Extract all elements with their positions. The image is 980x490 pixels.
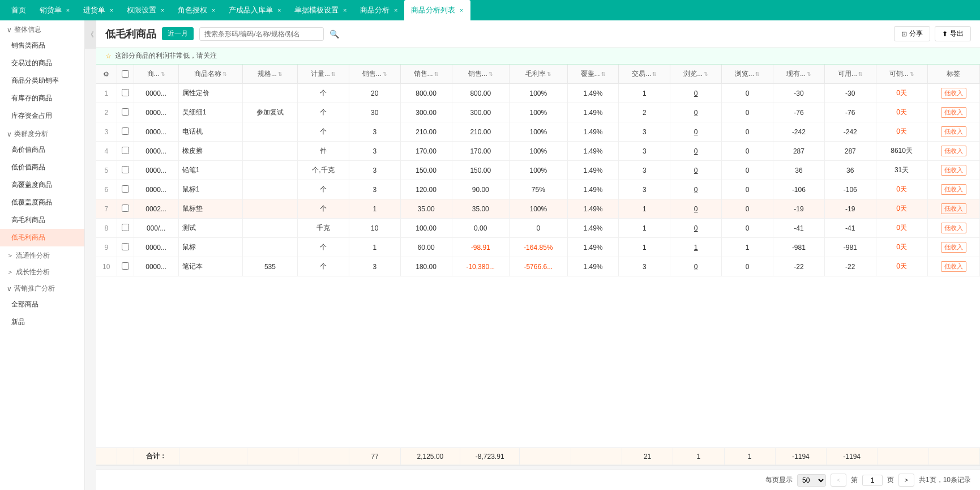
row-checkbox[interactable] xyxy=(122,108,129,116)
cell-browse1[interactable]: 0 xyxy=(670,161,722,180)
prev-page-button[interactable]: ＜ xyxy=(831,474,846,487)
sidebar-item-low-profit[interactable]: 低毛利商品 xyxy=(0,229,84,246)
browse1-link[interactable]: 0 xyxy=(694,186,698,194)
close-icon[interactable]: × xyxy=(460,7,463,14)
sidebar-item-low-coverage[interactable]: 低覆盖度商品 xyxy=(0,194,84,211)
cell-browse1[interactable]: 0 xyxy=(670,122,722,142)
horizontal-scrollbar[interactable] xyxy=(96,465,980,470)
export-button[interactable]: ⬆ 导出 xyxy=(935,26,971,41)
browse1-link[interactable]: 1 xyxy=(694,244,698,252)
close-icon[interactable]: × xyxy=(277,7,281,14)
cell-checkbox[interactable] xyxy=(117,122,134,142)
per-page-select[interactable]: 50 20 100 xyxy=(797,474,826,487)
col-settings[interactable]: ⚙ xyxy=(96,65,117,84)
sidebar-section-overall[interactable]: ∨ 整体信息 xyxy=(0,20,84,37)
close-icon[interactable]: × xyxy=(394,7,397,14)
row-checkbox[interactable] xyxy=(122,185,129,193)
cell-checkbox[interactable] xyxy=(117,161,134,180)
cell-browse1[interactable]: 0 xyxy=(670,180,722,199)
cell-checkbox[interactable] xyxy=(117,199,134,219)
next-page-button[interactable]: ＞ xyxy=(898,474,914,487)
browse1-link[interactable]: 0 xyxy=(694,109,698,117)
sidebar-section-marketing[interactable]: ∨ 营销推广分析 xyxy=(0,279,84,296)
search-button[interactable]: 🔍 xyxy=(329,29,339,39)
sidebar-item-sales-goods[interactable]: 销售类商品 xyxy=(0,37,84,54)
browse1-link[interactable]: 0 xyxy=(694,167,698,174)
cell-checkbox[interactable] xyxy=(117,84,134,103)
col-available[interactable]: 可用...⇅ xyxy=(824,65,876,84)
close-icon[interactable]: × xyxy=(343,7,346,14)
sidebar-item-high-coverage[interactable]: 高覆盖度商品 xyxy=(0,176,84,194)
col-spec[interactable]: 规格...⇅ xyxy=(242,65,297,84)
col-coverage[interactable]: 覆盖...⇅ xyxy=(567,65,619,84)
col-transaction[interactable]: 交易...⇅ xyxy=(619,65,670,84)
nav-goods-analysis[interactable]: 商品分析 × xyxy=(353,0,404,20)
sidebar-section-growth[interactable]: ＞ 成长性分析 xyxy=(0,263,84,279)
sidebar-item-all-goods[interactable]: 全部商品 xyxy=(0,296,84,313)
cell-checkbox[interactable] xyxy=(117,142,134,161)
col-tag[interactable]: 标签 xyxy=(927,65,980,84)
nav-goods-analysis-list[interactable]: 商品分析列表 × xyxy=(404,0,470,20)
col-unit[interactable]: 计量...⇅ xyxy=(298,65,349,84)
row-checkbox[interactable] xyxy=(122,127,129,135)
close-icon[interactable]: × xyxy=(66,7,70,14)
row-checkbox[interactable] xyxy=(122,89,129,96)
sidebar-item-low-value[interactable]: 低价值商品 xyxy=(0,159,84,176)
nav-role[interactable]: 角色授权 × xyxy=(171,0,222,20)
col-sales-profit[interactable]: 销售...⇅ xyxy=(452,65,510,84)
sidebar-section-cluster[interactable]: ∨ 类群度分析 xyxy=(0,125,84,141)
sidebar-section-liquidity[interactable]: ＞ 流通性分析 xyxy=(0,246,84,263)
cell-checkbox[interactable] xyxy=(117,103,134,122)
search-input[interactable] xyxy=(199,27,324,41)
col-current-stock[interactable]: 现有...⇅ xyxy=(773,65,824,84)
nav-home[interactable]: 首页 xyxy=(5,0,33,20)
sidebar-item-category-rate[interactable]: 商品分类助销率 xyxy=(0,72,84,90)
sidebar-collapse-button[interactable]: 《 xyxy=(85,20,96,49)
select-all-checkbox[interactable] xyxy=(122,70,129,78)
cell-checkbox[interactable] xyxy=(117,219,134,238)
col-sales-price[interactable]: 销售...⇅ xyxy=(400,65,452,84)
nav-sales[interactable]: 销货单 × xyxy=(33,0,76,20)
row-checkbox[interactable] xyxy=(122,204,129,212)
row-checkbox[interactable] xyxy=(122,224,129,231)
row-checkbox[interactable] xyxy=(122,243,129,250)
col-sales-qty[interactable]: 销售...⇅ xyxy=(349,65,400,84)
sidebar-item-high-profit[interactable]: 高毛利商品 xyxy=(0,211,84,229)
time-filter-button[interactable]: 近一月 xyxy=(162,27,194,40)
close-icon[interactable]: × xyxy=(161,7,164,14)
col-name[interactable]: 商品名称⇅ xyxy=(178,65,242,84)
cell-checkbox[interactable] xyxy=(117,180,134,199)
sidebar-item-high-value[interactable]: 高价值商品 xyxy=(0,141,84,159)
cell-checkbox[interactable] xyxy=(117,257,134,276)
col-browse1[interactable]: 浏览...⇅ xyxy=(670,65,722,84)
col-browse2[interactable]: 浏览...⇅ xyxy=(722,65,773,84)
close-icon[interactable]: × xyxy=(110,7,113,14)
cell-browse1[interactable]: 0 xyxy=(670,199,722,219)
cell-browse1[interactable]: 0 xyxy=(670,257,722,276)
sidebar-item-stock-goods[interactable]: 有库存的商品 xyxy=(0,90,84,107)
cell-browse1[interactable]: 0 xyxy=(670,142,722,161)
col-code[interactable]: 商...⇅ xyxy=(134,65,178,84)
nav-product-entry[interactable]: 产成品入库单 × xyxy=(222,0,288,20)
cell-browse1[interactable]: 0 xyxy=(670,103,722,122)
page-number-input[interactable] xyxy=(862,475,883,486)
browse1-link[interactable]: 0 xyxy=(694,263,698,271)
sidebar-item-traded-goods[interactable]: 交易过的商品 xyxy=(0,54,84,72)
cell-browse1[interactable]: 0 xyxy=(670,219,722,238)
col-checkbox[interactable] xyxy=(117,65,134,84)
col-saleable[interactable]: 可销...⇅ xyxy=(876,65,927,84)
browse1-link[interactable]: 0 xyxy=(694,128,698,136)
nav-template[interactable]: 单据模板设置 × xyxy=(288,0,353,20)
sidebar-item-new-goods[interactable]: 新品 xyxy=(0,313,84,331)
cell-browse1[interactable]: 0 xyxy=(670,84,722,103)
browse1-link[interactable]: 0 xyxy=(694,90,698,97)
sidebar-item-stock-capital[interactable]: 库存资金占用 xyxy=(0,107,84,125)
nav-purchase[interactable]: 进货单 × xyxy=(76,0,120,20)
browse1-link[interactable]: 0 xyxy=(694,147,698,155)
nav-permission[interactable]: 权限设置 × xyxy=(120,0,171,20)
cell-browse1[interactable]: 1 xyxy=(670,238,722,257)
row-checkbox[interactable] xyxy=(122,166,129,173)
browse1-link[interactable]: 0 xyxy=(694,205,698,213)
row-checkbox[interactable] xyxy=(122,147,129,154)
row-checkbox[interactable] xyxy=(122,262,129,270)
